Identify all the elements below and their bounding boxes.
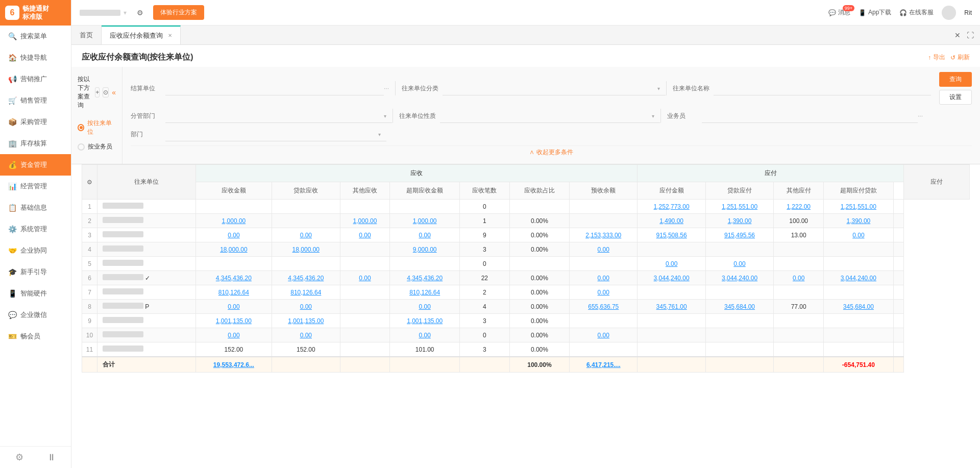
table-cell: 1,000.00 bbox=[390, 214, 459, 228]
settlement-unit-more-icon[interactable]: ··· bbox=[384, 85, 389, 92]
table-cell bbox=[272, 214, 340, 228]
table-cell bbox=[705, 314, 773, 328]
sidebar-item-operation[interactable]: 📊 经营管理 bbox=[0, 176, 71, 197]
table-cell: 0.00 bbox=[390, 300, 459, 314]
tab-expand-btn[interactable]: ⛶ bbox=[967, 31, 974, 39]
sidebar-item-quicknav[interactable]: 🏠 快捷导航 bbox=[0, 47, 71, 68]
refresh-button[interactable]: ↺ 刷新 bbox=[950, 53, 970, 62]
sidebar-item-marketing[interactable]: 📢 营销推广 bbox=[0, 68, 71, 90]
customer-service-label: 在线客服 bbox=[909, 8, 934, 17]
table-row: 91,001,135.001,001,135.001,001,135.0030.… bbox=[82, 314, 970, 328]
th-ar-prepaid: 预收余额 bbox=[570, 182, 638, 200]
table-footer: 合计 19,553,472.6... 100.00% 6,417,215....… bbox=[82, 357, 970, 373]
tab-ar-balance[interactable]: 应收应付余额查询 ✕ bbox=[102, 26, 181, 44]
scheme-unit-label: 按往来单位 bbox=[87, 119, 116, 136]
table-row: 11152.00152.00101.0030.00% bbox=[82, 342, 970, 357]
th-ar-other: 其他应收 bbox=[340, 182, 390, 200]
filter-settings-icon[interactable]: ⊙ bbox=[103, 87, 109, 97]
filter-add-icon[interactable]: + bbox=[95, 87, 100, 97]
table-cell: 915,495.56 bbox=[705, 228, 773, 242]
table-cell: 915,508.56 bbox=[638, 228, 705, 242]
setting-button[interactable]: 设置 bbox=[939, 90, 972, 105]
chart-icon: 📊 bbox=[8, 182, 16, 190]
unit-name-cell: ✓ bbox=[97, 271, 196, 285]
sidebar-item-enterprise[interactable]: 🤝 企业协同 bbox=[0, 240, 71, 261]
salesperson-input[interactable] bbox=[702, 109, 918, 123]
table-cell bbox=[638, 242, 705, 257]
sidebar-item-guide[interactable]: 🎓 新手引导 bbox=[0, 261, 71, 283]
ap-extra-cell bbox=[893, 214, 904, 228]
scheme-by-unit[interactable]: 按往来单位 bbox=[71, 116, 122, 139]
table-cell bbox=[340, 285, 390, 300]
export-button[interactable]: ↑ 导出 bbox=[928, 53, 945, 62]
table-cell bbox=[774, 342, 824, 357]
sidebar-item-label: 营销推广 bbox=[20, 75, 47, 84]
sidebar-item-finance[interactable]: 💰 资金管理 bbox=[0, 154, 71, 176]
collapse-more-btn[interactable]: ∧ 收起更多条件 bbox=[131, 145, 972, 159]
table-cell bbox=[824, 314, 893, 328]
th-ar-count: 应收笔数 bbox=[459, 182, 509, 200]
th-settings[interactable]: ⚙ bbox=[82, 165, 97, 200]
department-select[interactable] bbox=[165, 127, 386, 141]
customer-service-link[interactable]: 🎧 在线客服 bbox=[899, 8, 934, 17]
sidebar-item-label: 新手引导 bbox=[20, 267, 47, 277]
messages-badge[interactable]: 💬 消息 99+ bbox=[828, 8, 850, 17]
settings-bottom-icon[interactable]: ⚙ bbox=[5, 452, 34, 463]
sidebar-item-system[interactable]: ⚙️ 系统管理 bbox=[0, 218, 71, 240]
tab-close-icon[interactable]: ✕ bbox=[168, 33, 172, 38]
row-number: 3 bbox=[82, 228, 97, 242]
collapse-sidebar-icon[interactable]: ⏸ bbox=[38, 452, 66, 463]
filter-salesperson: 业务员 ··· bbox=[667, 109, 923, 123]
table-cell bbox=[340, 200, 390, 214]
ar-ratio-cell: 0.00% bbox=[509, 314, 569, 328]
main-area: ▾ ⚙ 体验行业方案 💬 消息 99+ 📱 App下载 🎧 在线客服 Rit 首… bbox=[71, 0, 980, 468]
export-label: 导出 bbox=[933, 53, 945, 62]
table-cell bbox=[272, 200, 340, 214]
footer-ap-amount bbox=[638, 357, 705, 373]
tab-home[interactable]: 首页 bbox=[71, 26, 102, 44]
sidebar-item-member[interactable]: 🎫 畅会员 bbox=[0, 326, 71, 347]
sidebar-item-hardware[interactable]: 📱 智能硬件 bbox=[0, 283, 71, 304]
unit-name-cell: P bbox=[97, 300, 196, 314]
service-icon: 🎧 bbox=[899, 9, 907, 16]
unit-name-input[interactable] bbox=[714, 81, 931, 95]
topbar: ▾ ⚙ 体验行业方案 💬 消息 99+ 📱 App下载 🎧 在线客服 Rit bbox=[71, 0, 980, 26]
box-icon: 📦 bbox=[8, 118, 16, 126]
sidebar-item-basic[interactable]: 📋 基础信息 bbox=[0, 197, 71, 218]
app-download-link[interactable]: 📱 App下载 bbox=[859, 8, 891, 17]
unit-category-select[interactable] bbox=[443, 81, 666, 95]
salesperson-more-icon[interactable]: ··· bbox=[918, 112, 923, 119]
sidebar-item-search[interactable]: 🔍 搜索菜单 bbox=[0, 26, 71, 47]
ar-count-cell: 0 bbox=[459, 257, 509, 271]
scheme-collapse-icon[interactable]: « bbox=[112, 88, 116, 96]
settlement-unit-input[interactable] bbox=[165, 81, 384, 95]
ar-ratio-cell: 0.00% bbox=[509, 228, 569, 242]
ap-extra-cell bbox=[893, 228, 904, 242]
ap-extra-cell bbox=[893, 342, 904, 357]
table-cell bbox=[570, 314, 638, 328]
query-button[interactable]: 查询 bbox=[939, 72, 972, 87]
tab-close-btn[interactable]: ✕ bbox=[954, 31, 961, 39]
table-cell: 0.00 bbox=[638, 257, 705, 271]
sidebar-item-inventory[interactable]: 🏢 库存核算 bbox=[0, 133, 71, 154]
scheme-radio-staff bbox=[78, 143, 85, 151]
breadcrumb-text bbox=[80, 10, 120, 16]
footer-ap-overdue: -654,751.40 bbox=[824, 357, 893, 373]
supervise-dept-select[interactable] bbox=[165, 109, 392, 123]
scheme-sidebar: 按以下方案查询 + ⊙ « 按往来单位 按业务员 bbox=[71, 67, 122, 164]
unit-nature-select[interactable] bbox=[440, 109, 660, 123]
guide-icon: 🎓 bbox=[8, 268, 16, 276]
user-avatar[interactable] bbox=[942, 6, 956, 20]
table-cell: 0.00 bbox=[570, 285, 638, 300]
footer-label: 合计 bbox=[97, 357, 196, 373]
sidebar-item-sales[interactable]: 🛒 销售管理 bbox=[0, 90, 71, 111]
table-cell bbox=[638, 328, 705, 342]
footer-ap-other bbox=[774, 357, 824, 373]
sidebar-item-purchase[interactable]: 📦 采购管理 bbox=[0, 111, 71, 133]
ar-ratio-cell: 0.00% bbox=[509, 285, 569, 300]
sidebar-item-wechat[interactable]: 💬 企业微信 bbox=[0, 304, 71, 326]
filter-divider-4 bbox=[660, 109, 661, 123]
plan-button[interactable]: 体验行业方案 bbox=[153, 5, 204, 20]
topbar-gear-icon[interactable]: ⚙ bbox=[133, 6, 147, 20]
scheme-by-staff[interactable]: 按业务员 bbox=[71, 139, 122, 154]
